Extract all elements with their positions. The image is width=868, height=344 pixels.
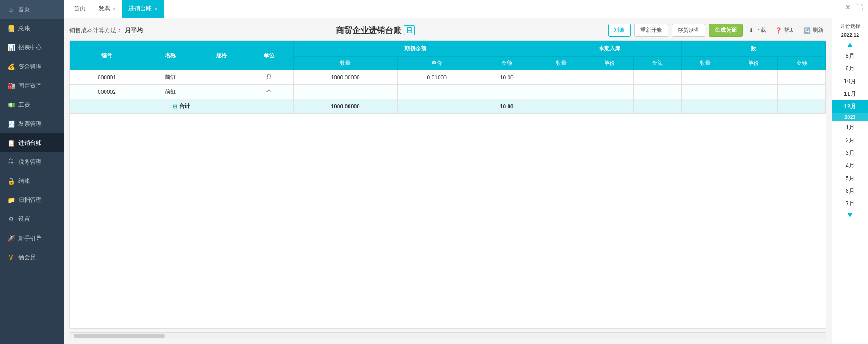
total-in-qty	[537, 99, 585, 114]
month-panel-title: 月份选择	[840, 21, 860, 31]
sidebar: ⌂ 首页 📒 总账 📊 报表中心 💰 资金管理 🏭 固定资产 💵 工资 🧾 发票…	[0, 0, 64, 344]
cost-method-value: 月平均	[125, 26, 143, 34]
sidebar-item-closing[interactable]: 🔒 结账	[0, 172, 64, 191]
month-item-1[interactable]: 1月	[832, 121, 868, 134]
total-label-cell: ⊞ 合计	[70, 99, 294, 114]
reconcile-button[interactable]: 对账	[608, 24, 631, 37]
sidebar-item-label: 首页	[18, 5, 30, 14]
month-item-9[interactable]: 9月	[832, 62, 868, 75]
cell-name: 前缸	[144, 85, 197, 99]
cell-extra-price	[729, 70, 778, 85]
tax-icon: 🏛	[7, 158, 15, 166]
inventory-icon: 📋	[7, 139, 15, 147]
maximize-button[interactable]: ⛶	[855, 3, 863, 12]
col-extra-qty: 数量	[681, 57, 729, 70]
month-item-8[interactable]: 8月	[832, 49, 868, 62]
sidebar-item-label: 报表中心	[18, 44, 42, 52]
month-scroll-down[interactable]: ▼	[832, 210, 868, 220]
refresh-icon: 🔄	[804, 27, 811, 34]
sidebar-item-home[interactable]: ⌂ 首页	[0, 0, 64, 19]
tab-invoice-close[interactable]: ×	[113, 6, 115, 11]
sidebar-item-vip[interactable]: V 畅会员	[0, 248, 64, 267]
sidebar-item-assets[interactable]: 🏭 固定资产	[0, 76, 64, 95]
horizontal-scrollbar[interactable]	[69, 332, 826, 339]
refresh-button[interactable]: 🔄 刷新	[801, 25, 826, 36]
sidebar-item-invoice-mgmt[interactable]: 🧾 发票管理	[0, 114, 64, 133]
total-row: ⊞ 合计 1000.00000 10.00	[70, 99, 826, 114]
sidebar-item-funds[interactable]: 💰 资金管理	[0, 57, 64, 76]
inventory-table: 编号 名称 规格 单位 期初余额 本期入库 数 数量 单价 金额 数	[70, 41, 826, 114]
download-button[interactable]: ⬇ 下载	[746, 25, 769, 36]
ledger-icon: 📒	[7, 25, 15, 32]
cell-spec	[197, 85, 245, 99]
month-item-10[interactable]: 10月	[832, 75, 868, 88]
page-title-text: 商贸企业进销台账	[336, 25, 401, 36]
closing-icon: 🔒	[7, 177, 15, 185]
cell-extra-qty	[681, 70, 729, 85]
sidebar-item-ledger[interactable]: 📒 总账	[0, 19, 64, 38]
cell-open-price: 0.01000	[398, 70, 476, 85]
month-item-5[interactable]: 5月	[832, 172, 868, 185]
col-unit: 单位	[245, 41, 293, 70]
generate-voucher-button[interactable]: 生成凭证	[709, 24, 743, 37]
refresh-label: 刷新	[813, 26, 823, 34]
reopen-button[interactable]: 重新开账	[634, 24, 668, 37]
sidebar-item-guide[interactable]: 🚀 新手引导	[0, 229, 64, 248]
month-item-4[interactable]: 4月	[832, 159, 868, 172]
cell-extra-amount	[778, 70, 826, 85]
col-extra-amount: 金额	[778, 57, 826, 70]
sidebar-item-label: 设置	[18, 215, 30, 223]
tabs-bar: 首页 发票 × 进销台账 ×	[64, 0, 868, 18]
month-item-6[interactable]: 6月	[832, 185, 868, 197]
total-extra-amount	[778, 99, 826, 114]
total-label-text: 合计	[179, 103, 190, 110]
cell-unit: 个	[245, 85, 293, 99]
month-panel: 月份选择 2022.12 ▲ 8月 9月 10月 11月 12月 2023 1月…	[832, 18, 868, 344]
funds-icon: 💰	[7, 63, 15, 70]
col-name: 名称	[144, 41, 197, 70]
tab-inventory[interactable]: 进销台账 ×	[122, 0, 164, 18]
month-item-2[interactable]: 2月	[832, 134, 868, 147]
cell-extra-amount	[778, 85, 826, 99]
sidebar-item-label: 资金管理	[18, 63, 42, 71]
month-scroll-up[interactable]: ▲	[832, 39, 868, 49]
sidebar-item-reports[interactable]: 📊 报表中心	[0, 38, 64, 57]
tab-invoice[interactable]: 发票 ×	[92, 0, 122, 18]
close-button[interactable]: ✕	[844, 3, 852, 12]
sidebar-item-archive[interactable]: 📁 归档管理	[0, 191, 64, 210]
col-code: 编号	[70, 41, 144, 70]
sidebar-item-payroll[interactable]: 💵 工资	[0, 95, 64, 114]
month-item-12[interactable]: 12月	[832, 100, 868, 113]
cell-open-price	[398, 85, 476, 99]
month-item-11[interactable]: 11月	[832, 88, 868, 100]
cell-in-qty	[537, 85, 585, 99]
sidebar-item-label: 工资	[18, 101, 30, 109]
month-item-3[interactable]: 3月	[832, 147, 868, 159]
sidebar-item-settings[interactable]: ⚙ 设置	[0, 210, 64, 229]
help-icon: ❓	[775, 27, 782, 34]
sidebar-item-inventory[interactable]: 📋 进销台账	[0, 133, 64, 152]
cell-open-amount: 10.00	[476, 70, 537, 85]
col-open-price: 单价	[398, 57, 476, 70]
sidebar-item-label: 固定资产	[18, 82, 42, 90]
help-button[interactable]: ❓ 帮助	[773, 25, 798, 36]
table-wrap: 编号 名称 规格 单位 期初余额 本期入库 数 数量 单价 金额 数	[69, 40, 826, 329]
col-period-in: 本期入库	[537, 41, 681, 57]
scrollbar-thumb[interactable]	[74, 334, 165, 338]
sidebar-item-label: 新手引导	[18, 234, 42, 242]
save-alias-button[interactable]: 存货别名	[672, 24, 705, 37]
col-open-amount: 金额	[476, 57, 537, 70]
total-in-price	[585, 99, 634, 114]
tab-inventory-close[interactable]: ×	[155, 6, 157, 11]
cell-code: 000001	[70, 70, 144, 85]
help-label: 帮助	[784, 26, 795, 34]
cell-in-amount	[633, 85, 681, 99]
tab-home[interactable]: 首页	[67, 0, 92, 18]
total-extra-price	[729, 99, 778, 114]
cell-open-qty: 1000.00000	[293, 70, 398, 85]
col-in-qty: 数量	[537, 57, 585, 70]
sidebar-item-tax[interactable]: 🏛 税务管理	[0, 152, 64, 172]
month-item-7[interactable]: 7月	[832, 197, 868, 210]
cell-in-amount	[633, 70, 681, 85]
doc-icon[interactable]: 目	[404, 25, 415, 35]
